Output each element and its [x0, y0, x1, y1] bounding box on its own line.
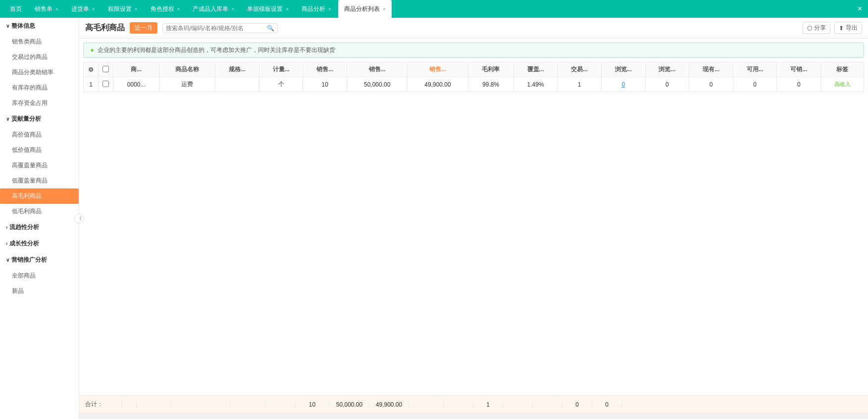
cell-browse1[interactable]: 0 — [601, 77, 645, 92]
nav-tab-permission[interactable]: 权限设置 × — [102, 0, 144, 18]
chevron-right-icon-2: › — [6, 241, 7, 246]
sidebar-item-category-sales-rate[interactable]: 商品分类助销率 — [0, 65, 79, 80]
col-sales-amount[interactable]: 销售... — [347, 62, 408, 77]
nav-tab-analysis-list[interactable]: 商品分析列表 × — [338, 0, 392, 18]
row-checkbox[interactable] — [102, 81, 109, 87]
col-spec[interactable]: 规格... — [215, 62, 259, 77]
footer-empty-4 — [171, 401, 231, 408]
col-coverage[interactable]: 覆盖... — [513, 62, 558, 77]
close-all-button[interactable]: × — [856, 2, 864, 15]
col-available-stock[interactable]: 可用... — [733, 62, 777, 77]
close-inbound-tab[interactable]: × — [231, 6, 234, 12]
col-name[interactable]: 商品名称 — [159, 62, 215, 77]
col-current-stock[interactable]: 现有... — [689, 62, 733, 77]
sidebar-item-high-margin[interactable]: 高毛利商品 — [0, 188, 79, 204]
sidebar-item-high-coverage[interactable]: 高覆盖量商品 — [0, 158, 79, 173]
sidebar-group-contribution[interactable]: ∨ 贡献量分析 — [0, 111, 79, 127]
footer-empty-2 — [122, 401, 137, 408]
col-sales-profit[interactable]: 销售... — [408, 62, 468, 77]
footer-available-stock: 0 — [592, 401, 622, 408]
sidebar-item-inventory-capital[interactable]: 库存资金占用 — [0, 95, 79, 111]
sidebar-item-low-margin[interactable]: 低毛利商品 — [0, 204, 79, 219]
col-sales-qty[interactable]: 销售... — [303, 62, 347, 77]
select-all-checkbox[interactable] — [102, 66, 109, 72]
top-nav: 首页 销售单 × 进货单 × 权限设置 × 角色授权 × 产成品入库单 × 单据… — [0, 0, 868, 18]
time-filter-button[interactable]: 近一月 — [130, 22, 157, 34]
col-unit[interactable]: 计量... — [259, 62, 303, 77]
cell-code: 0000... — [113, 77, 159, 92]
cell-sales-profit: 49,900.00 — [408, 77, 468, 92]
sidebar-item-traded-goods[interactable]: 交易过的商品 — [0, 49, 79, 65]
cell-tag: 高收入 — [821, 77, 864, 92]
nav-tab-sales[interactable]: 销售单 × — [29, 0, 64, 18]
footer-empty-3 — [137, 401, 171, 408]
footer-transactions: 1 — [473, 401, 503, 408]
footer-empty-5 — [231, 401, 265, 408]
chevron-down-icon: ∨ — [6, 23, 9, 29]
footer-empty-6 — [265, 401, 295, 408]
cell-transactions: 1 — [558, 77, 602, 92]
col-settings[interactable]: ⚙ — [84, 62, 99, 77]
nav-tab-home[interactable]: 首页 — [4, 0, 28, 18]
search-input[interactable] — [166, 25, 265, 32]
chevron-right-icon: › — [6, 225, 7, 230]
close-role-tab[interactable]: × — [177, 6, 180, 12]
cell-unit: 个 — [259, 77, 303, 92]
cell-coverage: 1.49% — [513, 77, 558, 92]
sidebar-group-trend[interactable]: › 流趋性分析 — [0, 219, 79, 235]
search-box: 🔍 — [162, 23, 278, 33]
col-browse1[interactable]: 浏览... — [601, 62, 645, 77]
sidebar-item-high-value[interactable]: 高价值商品 — [0, 127, 79, 142]
footer-empty-1 — [107, 401, 122, 408]
nav-tab-template[interactable]: 单据模板设置 × — [241, 0, 295, 18]
cell-checkbox[interactable] — [99, 77, 113, 92]
sidebar-item-low-coverage[interactable]: 低覆盖量商品 — [0, 173, 79, 188]
footer-sales-qty: 10 — [295, 401, 330, 408]
export-button[interactable]: ⬆ 导出 — [834, 22, 862, 34]
sidebar-collapse-btn[interactable]: 《 — [74, 214, 84, 224]
sidebar-item-all-goods[interactable]: 全部商品 — [0, 268, 79, 283]
sidebar-group-growth[interactable]: › 成长性分析 — [0, 235, 79, 252]
data-table: ⚙ 商... 商品名称 规格... 计量... 销售... 销售... 销售..… — [83, 62, 864, 92]
col-transactions[interactable]: 交易... — [558, 62, 602, 77]
col-gross-margin[interactable]: 毛利率 — [468, 62, 513, 77]
cell-spec — [215, 77, 259, 92]
info-icon: ✦ — [90, 47, 95, 54]
sidebar-item-low-value[interactable]: 低价值商品 — [0, 142, 79, 158]
close-analysis-tab[interactable]: × — [328, 6, 331, 12]
sidebar-group-marketing[interactable]: ∨ 营销推广分析 — [0, 252, 79, 268]
nav-tab-inbound[interactable]: 产成品入库单 × — [187, 0, 240, 18]
sidebar-item-sales-goods[interactable]: 销售类商品 — [0, 34, 79, 49]
close-permission-tab[interactable]: × — [135, 6, 138, 12]
sidebar-group-overall[interactable]: ∨ 整体信息 — [0, 18, 79, 34]
close-analysis-list-tab[interactable]: × — [383, 6, 386, 12]
table-wrapper: ⚙ 商... 商品名称 规格... 计量... 销售... 销售... 销售..… — [79, 62, 868, 395]
close-purchase-tab[interactable]: × — [92, 6, 95, 12]
footer-sales-amount: 50,000.00 — [330, 401, 369, 408]
footer-label: 合计： — [85, 400, 103, 409]
footer-empty-8 — [444, 401, 473, 408]
table-row: 1 0000... 运费 个 10 50,000.00 49,900.00 99… — [84, 77, 864, 92]
search-icon[interactable]: 🔍 — [267, 25, 274, 32]
header-actions: ⬡ 分享 ⬆ 导出 — [803, 22, 862, 34]
nav-tab-analysis[interactable]: 商品分析 × — [296, 0, 337, 18]
nav-tab-role[interactable]: 角色授权 × — [145, 0, 186, 18]
cell-current-stock: 0 — [689, 77, 733, 92]
close-template-tab[interactable]: × — [286, 6, 289, 12]
content-area: 高毛利商品 近一月 🔍 ⬡ 分享 ⬆ 导出 ✦ 企业的主要的利润都是这部分商品创… — [79, 18, 868, 419]
sidebar-item-in-stock[interactable]: 有库存的商品 — [0, 80, 79, 95]
table-header-row: ⚙ 商... 商品名称 规格... 计量... 销售... 销售... 销售..… — [84, 62, 864, 77]
col-sellable-stock[interactable]: 可销... — [777, 62, 821, 77]
close-sales-tab[interactable]: × — [55, 6, 58, 12]
horizontal-scrollbar[interactable] — [79, 413, 868, 419]
chevron-down-icon-2: ∨ — [6, 116, 9, 122]
share-button[interactable]: ⬡ 分享 — [803, 22, 830, 34]
col-browse2[interactable]: 浏览... — [645, 62, 689, 77]
col-tag[interactable]: 标签 — [821, 62, 864, 77]
nav-tab-purchase[interactable]: 进货单 × — [65, 0, 101, 18]
col-checkbox[interactable] — [99, 62, 113, 77]
sidebar: ∨ 整体信息 销售类商品 交易过的商品 商品分类助销率 有库存的商品 库存资金占… — [0, 18, 79, 419]
page-title: 高毛利商品 — [85, 23, 125, 33]
col-code[interactable]: 商... — [113, 62, 159, 77]
sidebar-item-new-goods[interactable]: 新品 — [0, 283, 79, 299]
